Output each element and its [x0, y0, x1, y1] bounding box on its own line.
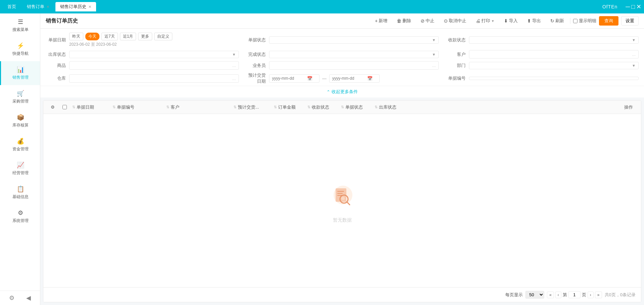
col-delivery-status[interactable]: ⇅ 出库状态: [372, 104, 412, 110]
window-minimize-btn[interactable]: ─: [626, 3, 630, 10]
col-date[interactable]: ⇅ 单据日期: [70, 104, 110, 110]
customer-more-icon: ...: [632, 52, 636, 57]
page-input[interactable]: [568, 291, 581, 298]
table-settings-icon[interactable]: ⚙: [51, 105, 55, 110]
sort-icon-amount: ⇅: [274, 105, 277, 109]
operations-icon: 📈: [17, 161, 24, 169]
page-next-btn[interactable]: ›: [588, 292, 594, 298]
date-btn-last7[interactable]: 近7天: [101, 33, 118, 40]
show-detail-checkbox-label[interactable]: 显示明细: [573, 18, 596, 24]
filter-warehouse-item: 仓库 ...: [46, 72, 239, 84]
col-delivery[interactable]: ⇅ 预计交货...: [231, 104, 271, 110]
dept-select[interactable]: ▼: [469, 62, 639, 69]
filter-order-no-item: 单据编号: [445, 72, 639, 84]
sidebar-item-operations[interactable]: 📈 经营管理: [0, 157, 40, 181]
sort-icon-delivery: ⇅: [233, 105, 237, 109]
cancel-stop-button[interactable]: ⊙ 取消中止: [440, 16, 470, 25]
salesman-input[interactable]: ...: [269, 61, 439, 70]
col-settings[interactable]: ⚙: [46, 105, 59, 110]
sidebar-item-search-menu[interactable]: ☰ 搜索菜单: [0, 13, 40, 37]
page-title: 销售订单历史: [46, 17, 78, 25]
print-button[interactable]: 🖨 打印 ▼: [472, 16, 498, 25]
window-close-btn[interactable]: ✕: [636, 3, 641, 10]
date-filter-controls: 昨天 今天 近7天 近1月 更多 自定义 2023-06-02 至 2023-0…: [69, 33, 239, 47]
search-menu-icon: ☰: [18, 18, 23, 26]
filter-salesman-item: 业务员 ...: [246, 61, 439, 70]
sidebar-collapse-btn[interactable]: ◀: [26, 294, 31, 302]
col-pay-status[interactable]: ⇅ 收款状态: [305, 104, 338, 110]
warehouse-input[interactable]: ...: [69, 74, 239, 83]
col-amount[interactable]: ⇅ 订单金额: [271, 104, 305, 110]
date-btn-today[interactable]: 今天: [85, 33, 99, 40]
settings-button[interactable]: 设置: [621, 16, 639, 26]
quick-nav-icon: ⚡: [17, 42, 24, 49]
page-first-btn[interactable]: «: [547, 292, 554, 298]
close-tab-sales-order-history[interactable]: ✕: [88, 5, 91, 9]
date-btn-custom[interactable]: 自定义: [154, 33, 172, 40]
col-checkbox[interactable]: [59, 105, 70, 109]
col-no[interactable]: ⇅ 单据编号: [110, 104, 164, 110]
sidebar-settings-btn[interactable]: ⚙: [9, 294, 14, 302]
order-status-select[interactable]: ▼: [269, 36, 439, 44]
sidebar-item-purchase-mgmt[interactable]: 🛒 采购管理: [0, 85, 40, 109]
sidebar: ☰ 搜索菜单 ⚡ 快捷导航 📊 销售管理 🛒 采购管理 📦 库存核算 💰 资金管…: [0, 13, 40, 305]
delete-button[interactable]: 🗑 删除: [393, 16, 415, 25]
dept-arrow: ▼: [632, 64, 636, 68]
window-maximize-btn[interactable]: □: [631, 3, 635, 10]
stop-button[interactable]: ⊘ 中止: [417, 16, 438, 25]
order-status-label: 单据状态: [246, 37, 269, 43]
filter-complete-status-item: 完成状态 ▼: [246, 50, 439, 59]
query-button[interactable]: 查询: [599, 16, 618, 26]
filter-customer-item: 客户 ...: [445, 50, 639, 59]
tab-home[interactable]: 首页: [3, 2, 21, 11]
system-mgmt-icon: ⚙: [18, 209, 23, 217]
sort-icon-order-status: ⇅: [341, 105, 344, 109]
content-area: 销售订单历史 + 新增 🗑 删除 ⊘ 中止 ⊙ 取消中止: [40, 13, 644, 305]
delivery-date-from[interactable]: 📅: [269, 74, 319, 83]
salesman-more-icon: ...: [432, 63, 436, 68]
date-btn-last1m[interactable]: 近1月: [120, 33, 136, 40]
purchase-mgmt-icon: 🛒: [17, 90, 24, 97]
outbound-status-arrow: ▼: [232, 52, 236, 56]
print-icon: 🖨: [476, 18, 480, 24]
import-icon: ⬇: [504, 18, 508, 24]
page-last-btn[interactable]: »: [595, 292, 602, 298]
date-btn-more[interactable]: 更多: [138, 33, 152, 40]
tab-sales-order-history[interactable]: 销售订单历史 ✕: [55, 2, 96, 11]
page-prev-btn[interactable]: ‹: [555, 292, 561, 298]
receipt-status-select[interactable]: ▼: [469, 36, 639, 44]
sidebar-item-sales-mgmt[interactable]: 📊 销售管理: [0, 61, 40, 85]
col-action: 操作: [412, 104, 638, 110]
date-btn-yesterday[interactable]: 昨天: [69, 33, 83, 40]
tab-sales-order[interactable]: 销售订单 ✕: [22, 2, 54, 11]
toolbar-divider: [570, 18, 570, 24]
close-tab-sales-order[interactable]: ✕: [46, 5, 49, 9]
receipt-status-arrow: ▼: [632, 38, 636, 42]
import-button[interactable]: ⬇ 导入: [501, 16, 521, 25]
select-all-checkbox[interactable]: [62, 105, 67, 109]
show-detail-checkbox[interactable]: [573, 19, 577, 23]
warehouse-more-icon: ...: [232, 76, 236, 81]
customer-input[interactable]: ...: [469, 50, 639, 59]
filter-product-item: 商品 ...: [46, 61, 239, 70]
col-order-status[interactable]: ⇅ 单据状态: [338, 104, 372, 110]
complete-status-select[interactable]: ▼: [269, 51, 439, 58]
empty-state: 暂无数据: [43, 114, 641, 287]
product-input[interactable]: ...: [69, 61, 239, 70]
refresh-button[interactable]: ↻ 刷新: [547, 16, 567, 25]
outbound-status-select[interactable]: ▼: [69, 51, 239, 58]
col-customer[interactable]: ⇅ 客户: [164, 104, 231, 110]
add-button[interactable]: + 新增: [372, 16, 391, 25]
table-container: ⚙ ⇅ 单据日期 ⇅ 单据编号 ⇅ 客户 ⇅: [43, 100, 641, 302]
per-page-select[interactable]: 50 100 200: [525, 291, 544, 299]
sidebar-item-basic-info[interactable]: 📋 基础信息: [0, 181, 40, 204]
export-button[interactable]: ⬆ 导出: [524, 16, 544, 25]
delivery-date-to[interactable]: 📅: [329, 74, 380, 83]
order-no-input[interactable]: [469, 77, 639, 80]
sidebar-item-quick-nav[interactable]: ⚡ 快捷导航: [0, 37, 40, 61]
collapse-filter-btn[interactable]: ⌃ 收起更多条件: [325, 87, 359, 96]
sidebar-item-finance[interactable]: 💰 资金管理: [0, 133, 40, 157]
sidebar-item-inventory[interactable]: 📦 库存核算: [0, 109, 40, 133]
sidebar-item-system-mgmt[interactable]: ⚙ 系统管理: [0, 204, 40, 228]
table-footer: 每页显示 50 100 200 « ‹ 第 页 › » 共0页，0条记录: [43, 287, 641, 302]
